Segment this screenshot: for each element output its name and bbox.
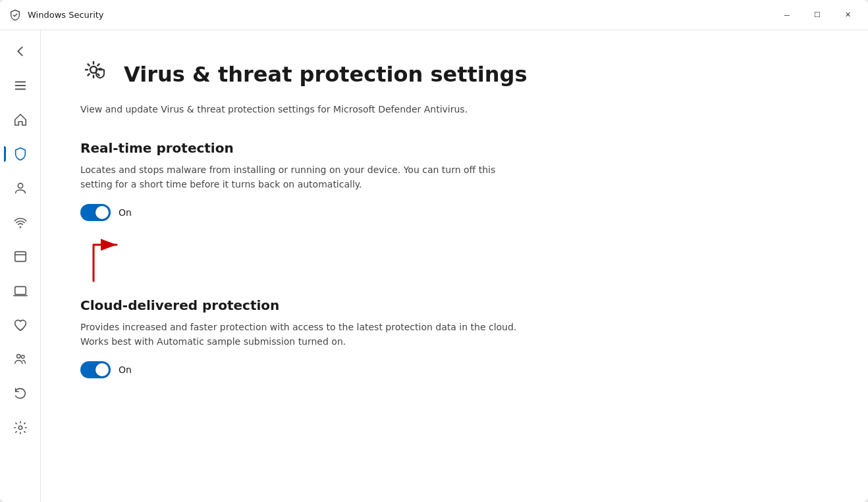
cloud-delivered-protection-toggle-thumb: [95, 363, 109, 376]
svg-point-5: [18, 426, 22, 430]
real-time-protection-title: Real-time protection: [80, 140, 828, 156]
svg-point-0: [18, 184, 22, 188]
title-bar-controls: ─ ☐ ✕: [772, 5, 863, 26]
sidebar-item-back[interactable]: [5, 36, 36, 67]
windows-security-window: Windows Security ─ ☐ ✕: [0, 0, 868, 502]
main-content: Virus & threat protection settings View …: [41, 30, 868, 502]
page-title: Virus & threat protection settings: [124, 62, 527, 87]
page-subtitle: View and update Virus & threat protectio…: [80, 103, 555, 116]
arrow-annotation: [80, 232, 828, 287]
sidebar-item-network[interactable]: [5, 207, 36, 238]
maximize-button[interactable]: ☐: [802, 5, 832, 26]
sidebar-item-history[interactable]: [5, 378, 36, 409]
sidebar-item-app-browser[interactable]: [5, 241, 36, 272]
real-time-protection-toggle-thumb: [95, 206, 109, 219]
real-time-protection-toggle[interactable]: [80, 204, 111, 221]
real-time-protection-toggle-label: On: [119, 207, 132, 218]
sidebar-item-account[interactable]: [5, 172, 36, 204]
close-button[interactable]: ✕: [832, 5, 863, 26]
title-bar-title: Windows Security: [28, 10, 104, 20]
cloud-delivered-protection-title: Cloud-delivered protection: [80, 297, 828, 313]
sidebar-item-settings[interactable]: [5, 412, 36, 443]
sidebar-item-family[interactable]: [5, 343, 36, 375]
cloud-delivered-protection-toggle-row: On: [80, 361, 828, 378]
svg-point-3: [16, 355, 20, 359]
arrow-svg: [80, 232, 159, 284]
real-time-protection-section: Real-time protection Locates and stops m…: [80, 140, 828, 287]
minimize-button[interactable]: ─: [772, 5, 802, 26]
svg-rect-2: [14, 287, 26, 295]
cloud-delivered-protection-desc: Provides increased and faster protection…: [80, 320, 528, 349]
page-header-icon: [80, 57, 112, 92]
title-bar-left: Windows Security: [9, 9, 104, 21]
sidebar-item-menu[interactable]: [5, 70, 36, 101]
sidebar-item-shield[interactable]: [5, 138, 36, 170]
cloud-delivered-protection-toggle[interactable]: [80, 361, 111, 378]
cloud-delivered-protection-section: Cloud-delivered protection Provides incr…: [80, 297, 828, 378]
cloud-delivered-protection-toggle-label: On: [119, 364, 132, 375]
sidebar: [0, 30, 41, 502]
real-time-protection-toggle-row: On: [80, 204, 828, 221]
title-bar: Windows Security ─ ☐ ✕: [0, 0, 868, 30]
real-time-protection-desc: Locates and stops malware from installin…: [80, 163, 528, 192]
svg-point-4: [21, 355, 24, 359]
svg-rect-1: [14, 252, 26, 262]
title-bar-shield-icon: [9, 9, 21, 21]
sidebar-item-device[interactable]: [5, 275, 36, 307]
app-body: Virus & threat protection settings View …: [0, 30, 868, 502]
sidebar-item-health[interactable]: [5, 309, 36, 341]
page-header: Virus & threat protection settings: [80, 57, 828, 92]
sidebar-item-home[interactable]: [5, 104, 36, 136]
